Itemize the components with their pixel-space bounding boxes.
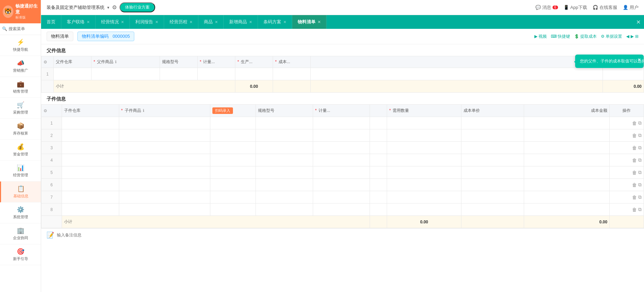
child-unit-price-cell-1[interactable]: [461, 117, 524, 129]
tab-barcode[interactable]: 条码方案 ✕: [258, 15, 292, 29]
breadcrumb-tab-list[interactable]: 物料清单: [47, 32, 73, 41]
child-quantity-cell-4[interactable]: [387, 154, 461, 166]
child-warehouse-cell-7[interactable]: [62, 191, 119, 203]
notes-icon[interactable]: 📝: [47, 231, 54, 239]
child-unit-price-cell-7[interactable]: [461, 191, 524, 203]
child-cost-amount-cell-5[interactable]: [524, 166, 610, 179]
sidebar-search[interactable]: 🔍 搜索菜单: [0, 23, 41, 35]
delete-row-5-icon[interactable]: 🗑: [632, 170, 637, 175]
child-unit-cell-8[interactable]: [313, 203, 370, 216]
child-spec-cell-8[interactable]: [256, 203, 313, 216]
delete-row-2-icon[interactable]: 🗑: [632, 133, 637, 138]
tab-business-close[interactable]: ✕: [121, 20, 124, 24]
child-warehouse-cell-1[interactable]: [62, 117, 119, 129]
child-spec-cell-4[interactable]: [256, 154, 313, 166]
child-unit-cell-6[interactable]: [313, 179, 370, 191]
sidebar-item-quick-nav[interactable]: ⚡ 快捷导航: [0, 35, 41, 56]
child-product-cell-8[interactable]: [119, 203, 210, 216]
delete-row-6-icon[interactable]: 🗑: [632, 182, 637, 188]
child-quantity-cell-8[interactable]: [387, 203, 461, 216]
child-cost-amount-cell-7[interactable]: [524, 191, 610, 203]
parent-settings-icon[interactable]: ⚙: [44, 60, 47, 65]
child-product-cell-4[interactable]: [119, 154, 210, 166]
child-warehouse-cell-6[interactable]: [62, 179, 119, 191]
child-spec-cell-6[interactable]: [256, 179, 313, 191]
scan-button[interactable]: 扫码录入: [212, 107, 233, 114]
child-unit-price-cell-2[interactable]: [461, 129, 524, 142]
child-unit-price-cell-3[interactable]: [461, 142, 524, 154]
sidebar-item-sales[interactable]: 💼 销售管理: [0, 77, 41, 98]
parent-production-cell-1[interactable]: [235, 68, 273, 80]
parent-product-info-icon[interactable]: ℹ: [115, 60, 116, 64]
child-product-cell-6[interactable]: [119, 179, 210, 191]
copy-row-8-icon[interactable]: ⧉: [638, 207, 642, 212]
sidebar-item-operation[interactable]: 📊 经营管理: [0, 161, 41, 182]
delete-row-4-icon[interactable]: 🗑: [632, 157, 637, 163]
parent-unit-cell-1[interactable]: [198, 68, 235, 80]
tab-history[interactable]: 经营历程 ✕: [164, 15, 198, 29]
child-product-info-icon[interactable]: ℹ: [143, 108, 144, 113]
child-unit-cell-3[interactable]: [313, 142, 370, 154]
child-quantity-cell-3[interactable]: [387, 142, 461, 154]
parent-warehouse-cell-1[interactable]: [54, 68, 91, 80]
parent-cost-cell-1[interactable]: [273, 68, 311, 80]
tab-products-close[interactable]: ✕: [215, 20, 218, 24]
parent-product-cell-1[interactable]: [91, 68, 160, 80]
user-button[interactable]: 👤 用户: [623, 4, 639, 11]
sidebar-item-inventory[interactable]: 📦 库存核算: [0, 119, 41, 140]
child-quantity-cell-5[interactable]: [387, 166, 461, 179]
trial-button[interactable]: 体验行业方案: [120, 2, 155, 12]
copy-row-7-icon[interactable]: ⧉: [638, 194, 642, 200]
child-cost-amount-cell-6[interactable]: [524, 179, 610, 191]
tab-bom-close[interactable]: ✕: [318, 20, 321, 24]
child-settings-icon[interactable]: ⚙: [44, 108, 47, 113]
tab-business[interactable]: 经营情况 ✕: [96, 15, 130, 29]
grid-icon[interactable]: ⊞: [635, 34, 639, 39]
child-warehouse-cell-8[interactable]: [62, 203, 119, 216]
online-service-button[interactable]: 🎧 在线客服: [593, 4, 617, 11]
child-product-cell-5[interactable]: [119, 166, 210, 179]
child-unit-price-cell-5[interactable]: [461, 166, 524, 179]
child-col-settings[interactable]: ⚙: [41, 105, 62, 117]
sidebar-item-guide[interactable]: 🎯 新手引导: [0, 244, 41, 265]
parent-cost-amount-cell-1[interactable]: [603, 68, 644, 80]
child-spec-cell-5[interactable]: [256, 166, 313, 179]
close-all-tabs[interactable]: ✕: [633, 19, 644, 25]
child-unit-price-cell-4[interactable]: [461, 154, 524, 166]
delete-row-1-icon[interactable]: 🗑: [632, 120, 637, 126]
child-quantity-cell-6[interactable]: [387, 179, 461, 191]
child-quantity-cell-7[interactable]: [387, 191, 461, 203]
tab-bom[interactable]: 物料清单 ✕: [292, 15, 326, 29]
sidebar-item-finance[interactable]: 💰 资金管理: [0, 140, 41, 161]
child-warehouse-cell-5[interactable]: [62, 166, 119, 179]
child-product-cell-2[interactable]: [119, 129, 210, 142]
sidebar-item-enterprise[interactable]: 🏢 企业协同: [0, 223, 41, 244]
breadcrumb-tab-code[interactable]: 物料清单编码 0000005: [77, 32, 134, 41]
sidebar-item-purchase[interactable]: 🛒 采购管理: [0, 98, 41, 119]
nav-next-icon[interactable]: ▶: [631, 34, 634, 39]
parent-col-settings[interactable]: ⚙: [41, 56, 54, 68]
delete-row-8-icon[interactable]: 🗑: [632, 207, 637, 212]
copy-row-3-icon[interactable]: ⧉: [638, 145, 642, 151]
nav-prev-icon[interactable]: ◀: [626, 34, 629, 39]
tab-barcode-close[interactable]: ✕: [283, 20, 286, 24]
tab-new-product[interactable]: 新增商品 ✕: [224, 15, 258, 29]
tab-home[interactable]: 首页: [41, 15, 61, 29]
child-cost-amount-cell-3[interactable]: [524, 142, 610, 154]
child-warehouse-cell-4[interactable]: [62, 154, 119, 166]
child-unit-cell-4[interactable]: [313, 154, 370, 166]
copy-row-6-icon[interactable]: ⧉: [638, 182, 642, 188]
child-warehouse-cell-3[interactable]: [62, 142, 119, 154]
sidebar-item-basic[interactable]: 📋 基础信息: [0, 182, 41, 202]
copy-row-4-icon[interactable]: ⧉: [638, 157, 642, 163]
child-spec-cell-1[interactable]: [256, 117, 313, 129]
child-unit-cell-7[interactable]: [313, 191, 370, 203]
toolbar-shortcut[interactable]: ⌨ 快捷键: [551, 34, 570, 39]
header-gear-icon[interactable]: ⚙: [112, 4, 117, 11]
tooltip-close-button[interactable]: ✕: [637, 57, 641, 63]
notes-placeholder[interactable]: 输入备注信息: [57, 232, 82, 238]
child-unit-cell-2[interactable]: [313, 129, 370, 142]
tab-history-close[interactable]: ✕: [189, 20, 193, 24]
tab-new-product-close[interactable]: ✕: [249, 20, 252, 24]
tab-customers[interactable]: 客户联络 ✕: [61, 15, 96, 29]
